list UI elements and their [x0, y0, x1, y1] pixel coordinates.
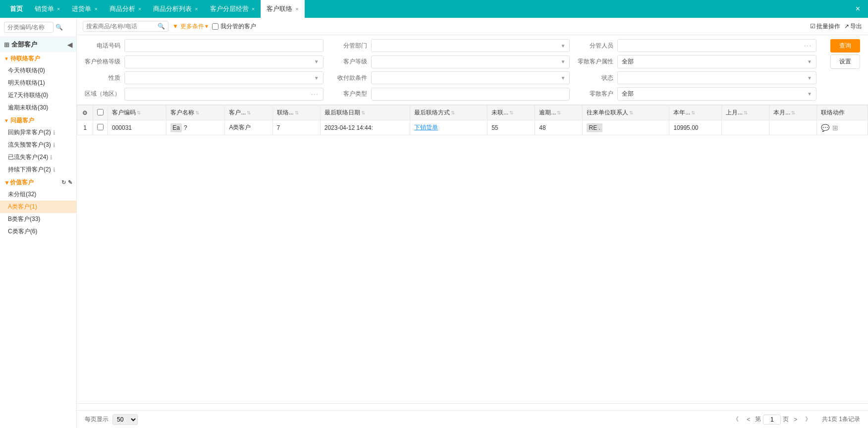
info-icon3: ℹ	[50, 154, 53, 161]
sort-tmonth-icon[interactable]: ⇅	[791, 110, 795, 115]
sidebar-collapse-icon[interactable]: ◀	[67, 41, 72, 49]
sidebar-item-churned[interactable]: 已流失客户(24) ℹ	[0, 151, 76, 163]
select-all-checkbox[interactable]	[97, 109, 104, 115]
table-area: ⚙ 客户编码 ⇅ 客户名称	[77, 105, 868, 403]
status-select[interactable]: ▼	[617, 71, 816, 84]
sort-type-icon[interactable]: ⇅	[247, 110, 251, 115]
row-checkbox[interactable]	[97, 124, 104, 130]
price-level-select[interactable]: ▼	[124, 55, 324, 68]
sort-date-icon[interactable]: ⇅	[361, 110, 365, 115]
sort-lmonth-icon[interactable]: ⇅	[744, 110, 748, 115]
sort-overdue-icon[interactable]: ⇅	[557, 110, 561, 115]
pending-contact-group[interactable]: ▼ 待联络客户	[0, 52, 76, 64]
close-all-button[interactable]: ×	[852, 4, 864, 13]
sort-uncontacted-icon[interactable]: ⇅	[509, 110, 513, 115]
close-customer-contact-tab[interactable]: ×	[295, 6, 298, 12]
value-customers-group[interactable]: ▼ 价值客户 ↻ ✎	[0, 176, 76, 188]
sort-contacts-icon[interactable]: ⇅	[295, 110, 299, 115]
edit-icon[interactable]: ✎	[68, 179, 72, 186]
sidebar-item-class-b[interactable]: B类客户(33)	[0, 213, 76, 225]
page-size-select[interactable]: 50 100 200	[112, 414, 138, 425]
td-this-month	[769, 120, 817, 135]
adv-field-phone: 电话号码	[85, 39, 331, 52]
phone-input[interactable]	[124, 39, 324, 52]
close-product-analysis-tab[interactable]: ×	[138, 6, 141, 12]
close-purchase-tab[interactable]: ×	[94, 6, 97, 12]
dept-select[interactable]: ▼	[371, 39, 570, 52]
nav-product-list[interactable]: 商品分析列表 ×	[147, 0, 204, 18]
sidebar-search-icon[interactable]: 🔍	[55, 24, 63, 31]
th-contacts: 联络... ⇅	[272, 106, 320, 120]
main-search-icon[interactable]: 🔍	[158, 23, 165, 30]
prev-page-button[interactable]: <	[744, 415, 753, 424]
sidebar-search-input[interactable]	[4, 22, 54, 33]
gear-icon[interactable]: ⚙	[82, 109, 88, 116]
nav-sales[interactable]: 销货单 ×	[29, 0, 66, 18]
contact-method-link[interactable]: 下销货单	[414, 124, 438, 131]
page-number-input[interactable]	[763, 415, 781, 425]
sidebar-item-class-c[interactable]: C类客户(6)	[0, 225, 76, 238]
nav-customer-contact[interactable]: 客户联络 ×	[261, 0, 304, 18]
grid-icon: ⊞	[4, 41, 9, 49]
horizontal-scrollbar[interactable]	[77, 403, 868, 410]
sidebar-item-class-a[interactable]: A类客户(1)	[0, 201, 76, 213]
manager-input[interactable]: ···	[617, 39, 816, 52]
customer-type-input[interactable]	[371, 88, 570, 101]
customer-level-select[interactable]: ▼	[371, 55, 570, 68]
close-sales-tab[interactable]: ×	[57, 6, 60, 12]
nav-customer-tier[interactable]: 客户分层经营 ×	[204, 0, 261, 18]
sort-name-icon[interactable]: ⇅	[195, 110, 199, 115]
retail-select[interactable]: 全部 ▼	[617, 87, 816, 101]
sidebar-item-today[interactable]: 今天待联络(0)	[0, 64, 76, 77]
th-gear: ⚙	[77, 106, 93, 120]
status-label: 状态	[578, 74, 617, 82]
sort-code-icon[interactable]: ⇅	[137, 110, 141, 115]
right-actions: ☑ 批量操作 ↗ 导出	[810, 22, 862, 31]
nav-purchase[interactable]: 进货单 ×	[66, 0, 103, 18]
adv-field-payment: 收付款条件 ▼	[331, 71, 578, 84]
payment-chevron-icon: ▼	[560, 75, 565, 81]
my-customers-checkbox[interactable]	[212, 23, 218, 30]
region-input[interactable]: ···	[124, 88, 324, 101]
td-last-contact-date: 2023-04-12 14:44:	[320, 120, 410, 135]
sidebar-item-declining[interactable]: 持续下滑客户(2) ℹ	[0, 163, 76, 176]
adv-field-nature: 性质 ▼	[85, 71, 331, 84]
sidebar-item-tomorrow[interactable]: 明天待联络(1)	[0, 77, 76, 89]
message-icon[interactable]: 💬	[821, 124, 829, 132]
sidebar-item-rebuy-anomaly[interactable]: 回购异常客户(2) ℹ	[0, 126, 76, 139]
close-product-list-tab[interactable]: ×	[195, 6, 198, 12]
retail-attr-select[interactable]: 全部 ▼	[617, 55, 816, 68]
last-page-button[interactable]: 》	[802, 414, 814, 425]
adv-filter-row-3: 性质 ▼ 收付款条件 ▼	[85, 71, 824, 84]
qr-icon[interactable]: ⊞	[832, 124, 838, 132]
all-customers-header[interactable]: ⊞ 全部客户 ◀	[0, 37, 76, 52]
first-page-button[interactable]: 《	[730, 414, 742, 425]
td-last-month	[722, 120, 769, 135]
nav-home[interactable]: 首页	[4, 0, 29, 18]
sort-method-icon[interactable]: ⇅	[451, 110, 455, 115]
nature-select[interactable]: ▼	[124, 71, 324, 84]
filter-bar: 🔍 ▼ 更多条件 ▾ 我分管的客户 ☑ 批量操作 ↗ 导出	[77, 18, 868, 35]
sidebar-item-unclassified[interactable]: 未分组(32)	[0, 188, 76, 201]
sort-year-icon[interactable]: ⇅	[691, 110, 695, 115]
nav-product-analysis[interactable]: 商品分析 ×	[104, 0, 147, 18]
query-button[interactable]: 查询	[830, 39, 860, 53]
close-customer-tier-tab[interactable]: ×	[252, 6, 255, 12]
sidebar-item-churn-warning[interactable]: 流失预警客户(3) ℹ	[0, 139, 76, 151]
refresh-icon[interactable]: ↻	[61, 179, 66, 186]
main-search-input[interactable]	[86, 23, 156, 30]
sidebar-item-week[interactable]: 近7天待联络(0)	[0, 89, 76, 102]
export-button[interactable]: ↗ 导出	[844, 22, 862, 31]
settings-button[interactable]: 设置	[830, 54, 860, 69]
payment-select[interactable]: ▼	[371, 71, 570, 84]
total-info: 共1页 1条记录	[822, 415, 860, 424]
problem-customers-group[interactable]: ▼ 问题客户	[0, 114, 76, 126]
content-area: 🔍 ▼ 更多条件 ▾ 我分管的客户 ☑ 批量操作 ↗ 导出	[77, 18, 868, 428]
sidebar-item-overdue[interactable]: 逾期未联络(30)	[0, 102, 76, 114]
next-page-button[interactable]: >	[791, 415, 800, 424]
sort-unit-icon[interactable]: ⇅	[629, 110, 633, 115]
batch-op-button[interactable]: ☑ 批量操作	[810, 22, 840, 31]
customer-type-label: 客户类型	[331, 90, 371, 98]
more-conditions-button[interactable]: ▼ 更多条件 ▾	[172, 22, 208, 31]
filter-icon: ▼	[172, 23, 178, 30]
